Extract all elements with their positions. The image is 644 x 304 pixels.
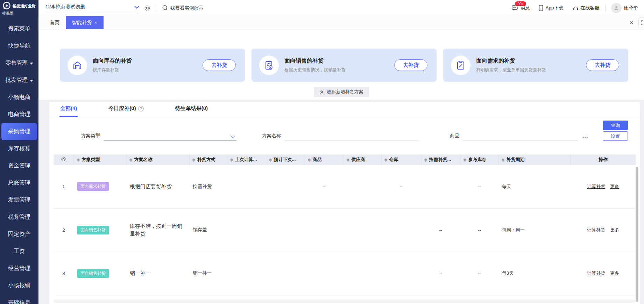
tab-smart-replenish[interactable]: 智能补货 × (66, 16, 104, 29)
sidebar-item-search-menu[interactable]: 搜索菜单 (1, 20, 37, 37)
plan-type-select[interactable] (104, 131, 236, 140)
card-demand-replenish: 面向需求的补货 有明确需求，按业务单据要货量补货 去补货 (443, 49, 628, 82)
more-filters-ellipsis-icon[interactable]: ... (582, 134, 588, 138)
sidebar-item-quick-nav[interactable]: 快捷导航 (1, 37, 37, 55)
sidebar-item-funds[interactable]: 资金管理 (1, 157, 37, 174)
search-button[interactable]: 查询 (603, 121, 628, 130)
sort-icon[interactable] (129, 158, 132, 162)
plan-type-badge: 面向销售补货 (77, 269, 109, 278)
header-demand-qty[interactable]: 按需补货... (421, 154, 460, 165)
sort-icon[interactable] (269, 158, 272, 162)
header-next-calc[interactable]: 预计下次... (266, 154, 305, 165)
tab-all-plans[interactable]: 全部(4) (59, 105, 78, 117)
row-operations: 计算补货更多 (571, 252, 636, 295)
sort-icon[interactable] (230, 158, 233, 162)
sidebar-item-xiaochang-ecom[interactable]: 小畅电商 (1, 89, 37, 106)
plan-type-badge: 面向需求补货 (77, 182, 109, 191)
sort-icon[interactable] (192, 158, 195, 162)
close-all-tabs-icon[interactable]: × (630, 19, 634, 26)
tab-home[interactable]: 首页 (43, 16, 66, 29)
sidebar-item-expense[interactable]: 小畅报销 (1, 277, 37, 294)
demand-qty: -- (421, 208, 460, 252)
product (305, 252, 344, 295)
tab-pending-orders[interactable]: 待生单结果(0) (175, 105, 208, 117)
more-link[interactable]: 更多 (610, 184, 619, 189)
sidebar-item-label: 采购管理 (8, 128, 30, 135)
fullscreen-button[interactable] (638, 17, 644, 28)
online-support-label: 在线客服 (581, 5, 600, 11)
sort-icon[interactable] (424, 158, 427, 162)
sort-icon[interactable] (77, 158, 80, 162)
sidebar-item-ecom-mgmt[interactable]: 电商管理 (1, 106, 37, 123)
header-ref-stock[interactable]: 参考库存 (460, 154, 498, 165)
fullscreen-icon (641, 20, 644, 25)
user-profile[interactable]: 徐泽华 (611, 3, 638, 13)
header-plan-type[interactable]: 方案类型 (74, 154, 126, 165)
go-replenish-button[interactable]: 去补货 (394, 59, 427, 71)
product-input[interactable] (463, 131, 578, 140)
plan-type-label: 方案类型 (81, 133, 100, 139)
plan-name-input[interactable] (284, 131, 419, 140)
plan-name: 根据门店要货补货 (126, 165, 189, 208)
sort-icon[interactable] (384, 158, 387, 162)
calc-replenish-link[interactable]: 计算补货 (587, 227, 605, 232)
method: 销一补一 (189, 252, 227, 295)
header-supplier[interactable]: 供应商 (344, 154, 381, 165)
calc-replenish-link[interactable]: 计算补货 (587, 270, 605, 276)
sidebar-item-label: 快捷导航 (8, 42, 30, 50)
sidebar-item-invoice[interactable]: 发票管理 (1, 191, 37, 209)
sort-icon[interactable] (502, 158, 504, 162)
sales-report-icon (259, 56, 279, 75)
sidebar-item-label: 发票管理 (8, 196, 30, 204)
collapse-bar-label: 收起新增补货方案 (327, 89, 363, 95)
sidebar-item-label: 搜索菜单 (8, 25, 30, 32)
account-switcher[interactable]: 12李艳芬测试勿删 (45, 2, 139, 13)
sidebar-item-purchase-mgmt[interactable]: 采购管理 (1, 123, 37, 140)
sidebar-item-retail[interactable]: 零售管理 (1, 55, 37, 72)
messages-button[interactable]: 消息 99+ (512, 5, 530, 11)
sidebar-item-tax[interactable]: 税务管理 (1, 209, 37, 226)
demo-link[interactable]: 我要看实例演示 (162, 5, 204, 11)
header-label: 上次计算... (235, 157, 257, 162)
go-replenish-button[interactable]: 去补货 (203, 59, 236, 71)
ref-stock: -- (460, 208, 498, 252)
tab-today-due[interactable]: 今日应补(0) ? (108, 105, 144, 117)
header-cycle[interactable]: 补货周期 (498, 154, 571, 165)
sort-icon[interactable] (347, 158, 349, 162)
sort-icon[interactable] (463, 158, 466, 162)
header-last-calc[interactable]: 上次计算... (227, 154, 266, 165)
vertical-scrollbar[interactable] (636, 167, 638, 302)
sidebar-item-label: 基础信息 (8, 299, 30, 304)
supplier (344, 165, 381, 208)
sidebar-item-wholesale[interactable]: 批发管理 (1, 72, 37, 89)
sidebar-item-operations[interactable]: 经营管理 (1, 260, 37, 277)
sidebar-item-fixed-assets[interactable]: 固定资产 (1, 226, 37, 243)
sidebar-item-payroll[interactable]: 工资 (1, 243, 37, 260)
sort-icon[interactable] (308, 158, 311, 162)
sidebar-item-base-info[interactable]: 基础信息 (1, 294, 37, 304)
online-support-button[interactable]: 在线客服 (573, 5, 600, 11)
app-download-button[interactable]: App下载 (539, 5, 563, 11)
header-method[interactable]: 补货方式 (189, 154, 227, 165)
header-plan-name[interactable]: 方案名称 (126, 154, 189, 165)
cycle: 每天 (498, 165, 571, 208)
sidebar-item-label: 总账管理 (8, 179, 30, 187)
sidebar-item-general-ledger[interactable]: 总账管理 (1, 174, 37, 191)
plans-panel: 全部(4) 今日应补(0) ? 待生单结果(0) 方案类型 方案名称 商品 (49, 102, 640, 304)
help-icon[interactable]: ? (138, 106, 144, 111)
settings-gear-button[interactable] (144, 5, 150, 11)
tab-close-icon[interactable]: × (94, 20, 97, 25)
column-settings-button[interactable] (54, 154, 74, 165)
divider (156, 4, 156, 12)
phone-icon (539, 5, 543, 11)
horizontal-scrollbar[interactable] (54, 299, 636, 303)
collapse-new-plan-bar[interactable]: 收起新增补货方案 (314, 87, 369, 97)
go-replenish-button[interactable]: 去补货 (586, 59, 619, 71)
sidebar-item-inventory-accounting[interactable]: 库存核算 (1, 140, 37, 157)
header-warehouse[interactable]: 仓库 (381, 154, 421, 165)
header-product[interactable]: 商品 (305, 154, 344, 165)
calc-replenish-link[interactable]: 计算补货 (587, 184, 605, 189)
settings-button[interactable]: 设置 (603, 131, 628, 141)
more-link[interactable]: 更多 (610, 227, 619, 232)
more-link[interactable]: 更多 (610, 270, 619, 276)
